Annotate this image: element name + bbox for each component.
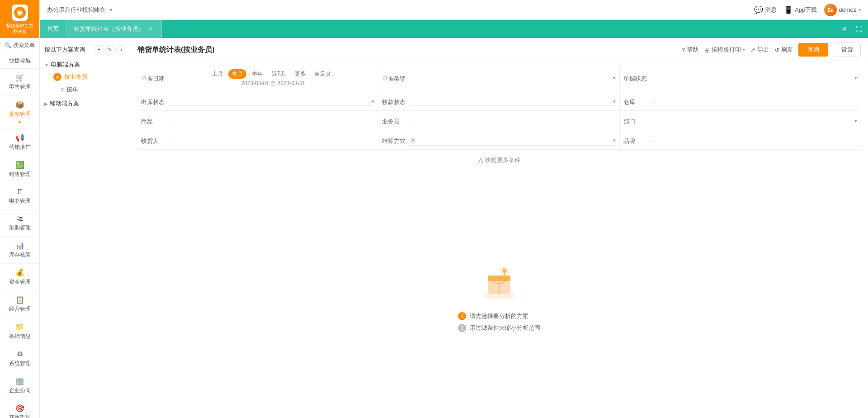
purchase-icon: 🛍 xyxy=(16,214,24,223)
collapse-icon: ⋀ xyxy=(478,157,483,164)
product-label: 商品 xyxy=(141,118,168,126)
add-scheme-btn[interactable]: + xyxy=(94,45,104,54)
search-menu[interactable]: 🔍 搜索菜单 xyxy=(0,38,39,53)
logo-sub: 标账版 xyxy=(13,28,27,34)
tab-home[interactable]: 首页 xyxy=(40,20,66,38)
page-header: 销货单统计表(按业务员) ? 帮助 🖨 按模板打印 ▾ ↗ xyxy=(130,38,868,61)
filter-cell-outstatus: 出库状态 ▾ xyxy=(137,94,378,110)
quick-nav[interactable]: 快捷导航 xyxy=(0,53,39,69)
sidebar-item-operations[interactable]: 📋 经营管理 xyxy=(0,291,39,318)
export-label: 导出 xyxy=(757,46,769,54)
date-tab-this-month[interactable]: 本月 xyxy=(228,69,246,79)
product-dots: ··· xyxy=(168,118,173,125)
filter-cell-docstatus: 单据状态 ▾ xyxy=(620,66,861,91)
message-btn[interactable]: 💬 消息 xyxy=(754,5,777,14)
sidebar-item-basic[interactable]: 📁 基础信息 xyxy=(0,318,39,345)
sidebar-item-sales-label: 销售管理 xyxy=(9,171,31,178)
doctype-control[interactable]: ▾ xyxy=(409,75,615,82)
scheme-group-desktop-title[interactable]: ▼ 电脑端方案 xyxy=(44,59,125,71)
settlement-arrow: ▾ xyxy=(613,138,616,143)
settings-btn[interactable]: 设置 xyxy=(834,43,861,57)
sidebar-item-sales[interactable]: 💹 销售管理 xyxy=(0,156,39,183)
payment-arrow: ▾ xyxy=(613,99,616,104)
export-btn[interactable]: ↗ 导出 xyxy=(750,46,769,54)
scheme-group-desktop-label: 电脑端方案 xyxy=(51,61,80,69)
dept-arrow: ▾ xyxy=(854,118,857,124)
dept-control[interactable]: ▾ xyxy=(651,118,857,125)
docstatus-label: 单据状态 xyxy=(623,75,651,83)
user-menu[interactable]: Ea demo2 ▾ xyxy=(824,4,861,16)
settlement-x[interactable]: ✕ xyxy=(409,137,416,144)
tab-sales-stats[interactable]: 销货单统计表（按业务员） ✕ xyxy=(66,20,162,38)
expand-window-btn[interactable]: ⛶ xyxy=(854,24,864,34)
staff-control[interactable]: ··· xyxy=(409,118,615,126)
marketing-icon: 📢 xyxy=(15,133,24,142)
avatar-initials: Ea xyxy=(828,7,834,13)
refresh-btn[interactable]: ↺ 刷新 xyxy=(774,46,793,54)
filter-cell-warehouse: 仓库 ··· xyxy=(620,94,861,110)
sidebar-item-retail[interactable]: 🛒 零售管理 xyxy=(0,69,39,96)
finance-icon: 💰 xyxy=(15,268,24,277)
message-icon: 💬 xyxy=(754,5,763,14)
sidebar-item-newbie-label: 新手引导 xyxy=(9,414,31,418)
breadcrumb-text: 办公用品行业模拟账套 xyxy=(47,6,106,14)
date-tab-custom[interactable]: 自定义 xyxy=(311,69,335,79)
edit-scheme-btn[interactable]: ✎ xyxy=(105,45,114,54)
collapse-panel-btn[interactable]: « xyxy=(116,45,125,54)
date-tab-this-year[interactable]: 本年 xyxy=(248,69,266,79)
query-btn[interactable]: 查询 xyxy=(798,43,828,57)
sidebar-item-system[interactable]: ⚙ 系统管理 xyxy=(0,345,39,372)
filter-area: 单据日期 上月 本月 本年 近7天 更多 自定义 2023-03-01 至 20… xyxy=(130,61,868,173)
right-panel: 销货单统计表(按业务员) ? 帮助 🖨 按模板打印 ▾ ↗ xyxy=(130,38,868,418)
tab-close-btn[interactable]: ✕ xyxy=(147,25,154,33)
close-window-btn[interactable]: ✕ xyxy=(839,24,850,34)
panel-header: 按以下方案查询 + ✎ « xyxy=(40,43,130,57)
search-label: 搜索菜单 xyxy=(13,42,35,48)
scheme-item-by-order[interactable]: ≡ 按单 xyxy=(44,83,125,96)
date-tab-7days[interactable]: 近7天 xyxy=(268,69,289,79)
brand-control[interactable]: ··· xyxy=(651,138,857,145)
sidebar-item-system-label: 系统管理 xyxy=(9,360,31,367)
date-tab-last-month[interactable]: 上月 xyxy=(208,69,226,79)
date-tab-more[interactable]: 更多 xyxy=(291,69,309,79)
payment-control[interactable]: ▾ xyxy=(409,99,615,106)
recipient-control[interactable]: ··· xyxy=(168,137,374,145)
product-control[interactable]: ··· xyxy=(168,118,374,126)
newbie-icon: 🎯 xyxy=(15,404,24,413)
topbar-right: 💬 消息 📱 App下载 Ea demo2 ▾ xyxy=(754,4,861,16)
svg-text:畅: 畅 xyxy=(17,10,23,16)
operations-icon: 📋 xyxy=(15,295,24,304)
retail-icon: 🛒 xyxy=(15,73,24,82)
staff-dots: ··· xyxy=(409,118,414,125)
sidebar-item-wholesale[interactable]: 📦 批发管理 ▲ xyxy=(0,96,39,129)
dept-label: 部门 xyxy=(623,118,651,126)
outstatus-control[interactable]: ▾ xyxy=(168,99,374,106)
sidebar-item-finance[interactable]: 💰 资金管理 xyxy=(0,264,39,291)
filter-cell-date: 单据日期 上月 本月 本年 近7天 更多 自定义 2023-03-01 至 20… xyxy=(137,66,378,91)
scheme-item-by-staff[interactable]: ● 按业务员 xyxy=(44,71,125,83)
docstatus-control[interactable]: ▾ xyxy=(651,75,857,82)
filter-cell-product: 商品 ··· xyxy=(137,114,378,130)
empty-state-icon xyxy=(476,260,522,305)
date-label: 单据日期 xyxy=(141,75,168,83)
warehouse-control[interactable]: ··· xyxy=(651,99,857,106)
sidebar-item-newbie[interactable]: 🎯 新手引导 xyxy=(0,399,39,418)
sidebar-item-inventory[interactable]: 📊 库存核算 xyxy=(0,237,39,264)
breadcrumb-arrow[interactable]: ▾ xyxy=(109,6,113,13)
sidebar-item-ecommerce[interactable]: 🖥 电商管理 xyxy=(0,183,39,210)
help-btn[interactable]: ? 帮助 xyxy=(682,46,698,54)
template-print-btn[interactable]: 🖨 按模板打印 ▾ xyxy=(704,46,745,54)
export-icon: ↗ xyxy=(750,47,755,53)
collapse-more-btn[interactable]: ⋀ 收起更多条件 xyxy=(137,152,861,168)
warehouse-label: 仓库 xyxy=(623,98,651,106)
plus-icon: + xyxy=(97,47,100,53)
sidebar-item-enterprise-label: 企业协同 xyxy=(9,387,31,394)
filter-cell-recipient: 收货人 ··· xyxy=(137,133,378,149)
sidebar-item-marketing[interactable]: 📢 营销推广 xyxy=(0,129,39,156)
scheme-group-mobile[interactable]: ▶ 移动端方案 xyxy=(40,98,130,109)
sidebar-item-purchase[interactable]: 🛍 采购管理 xyxy=(0,210,39,237)
sidebar-item-enterprise[interactable]: 🏢 企业协同 xyxy=(0,372,39,399)
username: demo2 xyxy=(839,6,857,13)
app-download-btn[interactable]: 📱 App下载 xyxy=(784,5,817,14)
filter-cell-dept: 部门 ▾ xyxy=(620,114,861,130)
